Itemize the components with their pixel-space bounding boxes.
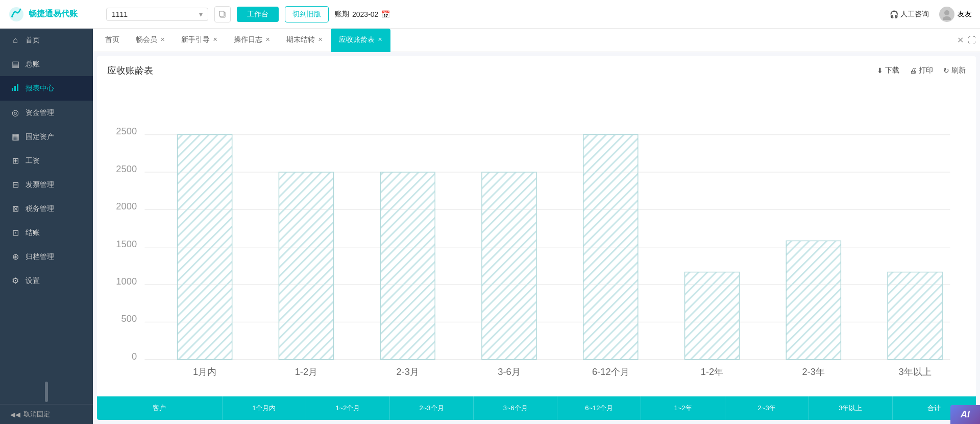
svg-text:0: 0 <box>132 351 137 362</box>
bar-month1 <box>178 134 232 359</box>
tab-ar-aging[interactable]: 应收账龄表 ✕ <box>331 29 390 52</box>
svg-text:2000: 2000 <box>116 201 137 211</box>
download-label: 下载 <box>885 66 899 75</box>
tab-home-label: 首页 <box>105 35 119 44</box>
ledger-icon: ▤ <box>10 59 20 69</box>
main-layout: ⌂ 首页 ▤ 总账 报表中心 ◎ 资金管理 <box>0 29 980 424</box>
sidebar-item-checkout[interactable]: ⊡ 结账 <box>0 221 93 245</box>
switch-version-button[interactable]: 切到旧版 <box>285 6 329 22</box>
svg-point-0 <box>9 7 23 21</box>
chart-container: 0 500 1000 1500 2000 2500 2500 <box>107 88 966 396</box>
svg-text:2-3年: 2-3年 <box>802 366 825 377</box>
bar-chart-icon <box>11 83 19 91</box>
page-content: 应收账龄表 ⬇ 下载 🖨 打印 ↻ 刷新 <box>97 56 976 420</box>
avatar <box>939 7 954 22</box>
th-year3plus: 3年以上 <box>809 396 893 420</box>
company-name: 1111 <box>112 10 128 18</box>
app-name: 畅捷通易代账 <box>29 9 78 19</box>
print-button[interactable]: 🖨 打印 <box>910 66 933 75</box>
logo-icon <box>8 6 24 22</box>
sidebar-item-home[interactable]: ⌂ 首页 <box>0 29 93 52</box>
sidebar-item-archive[interactable]: ⊛ 归档管理 <box>0 245 93 269</box>
bar-month12 <box>279 172 333 360</box>
user-avatar-icon <box>941 9 952 20</box>
refresh-button[interactable]: ↻ 刷新 <box>943 66 966 75</box>
sidebar-item-settings[interactable]: ⚙ 设置 <box>0 269 93 293</box>
th-year12-label: 1~2年 <box>674 404 692 413</box>
close-icon[interactable]: ✕ <box>160 36 165 43</box>
svg-rect-3 <box>219 11 224 16</box>
home-icon: ⌂ <box>10 36 20 45</box>
tab-member-label: 畅会员 <box>136 35 157 44</box>
tab-home[interactable]: 首页 <box>97 29 128 52</box>
tab-oplog-label: 操作日志 <box>234 35 262 44</box>
tab-member[interactable]: 畅会员 ✕ <box>128 29 173 52</box>
maximize-button[interactable]: ⛶ <box>968 36 976 45</box>
svg-text:500: 500 <box>121 313 137 324</box>
settings-icon: ⚙ <box>10 276 20 286</box>
svg-rect-8 <box>17 84 18 91</box>
svg-text:1-2年: 1-2年 <box>701 366 724 377</box>
tax-icon: ⊠ <box>10 204 20 214</box>
bar-month23 <box>380 172 435 360</box>
sidebar-item-invoice[interactable]: ⊟ 发票管理 <box>0 173 93 197</box>
svg-text:1000: 1000 <box>116 276 137 287</box>
svg-rect-6 <box>12 88 13 91</box>
tab-period-end-label: 期末结转 <box>286 35 315 44</box>
svg-rect-7 <box>14 86 16 91</box>
svg-point-5 <box>943 16 951 20</box>
copy-button[interactable] <box>214 6 231 22</box>
cancel-fixed-button[interactable]: ◀◀ 取消固定 <box>10 410 83 419</box>
content-area: 首页 畅会员 ✕ 新手引导 ✕ 操作日志 ✕ 期末结转 ✕ 应收账龄表 ✕ <box>93 29 980 424</box>
user-area[interactable]: 友友 <box>939 7 972 22</box>
close-icon[interactable]: ✕ <box>213 36 217 43</box>
th-year3plus-label: 3年以上 <box>839 404 862 413</box>
bar-year3plus <box>888 272 942 360</box>
svg-point-4 <box>944 10 949 15</box>
th-month23-label: 2~3个月 <box>420 404 444 413</box>
close-window-button[interactable]: ✕ <box>957 35 964 45</box>
sidebar-scroll: ⌂ 首页 ▤ 总账 报表中心 ◎ 资金管理 <box>0 29 93 380</box>
cancel-fixed-label: 取消固定 <box>23 410 50 419</box>
sidebar-item-salary[interactable]: ⊞ 工资 <box>0 149 93 173</box>
tab-oplog[interactable]: 操作日志 ✕ <box>226 29 278 52</box>
tab-period-end[interactable]: 期末结转 ✕ <box>278 29 331 52</box>
period-label: 账期 <box>335 10 349 19</box>
calendar-icon[interactable]: 📅 <box>381 10 390 18</box>
ai-label: Ai <box>961 409 970 419</box>
sidebar-item-funds[interactable]: ◎ 资金管理 <box>0 101 93 125</box>
sidebar: ⌂ 首页 ▤ 总账 报表中心 ◎ 资金管理 <box>0 29 93 424</box>
workbench-button[interactable]: 工作台 <box>237 7 279 22</box>
th-month612-label: 6~12个月 <box>585 404 613 413</box>
close-icon[interactable]: ✕ <box>318 36 323 43</box>
page-actions: ⬇ 下载 🖨 打印 ↻ 刷新 <box>877 66 966 75</box>
download-button[interactable]: ⬇ 下载 <box>877 66 899 75</box>
sidebar-item-tax[interactable]: ⊠ 税务管理 <box>0 197 93 221</box>
th-month12: 1~2个月 <box>306 396 390 420</box>
logo-area: 畅捷通易代账 <box>8 6 100 22</box>
close-icon[interactable]: ✕ <box>378 36 382 43</box>
download-icon: ⬇ <box>877 66 883 75</box>
th-customer-label: 客户 <box>153 404 166 413</box>
sidebar-item-assets[interactable]: ▦ 固定资产 <box>0 125 93 149</box>
sidebar-item-reports[interactable]: 报表中心 <box>0 76 93 101</box>
salary-icon: ⊞ <box>10 156 20 166</box>
close-icon[interactable]: ✕ <box>265 36 270 43</box>
reports-icon <box>10 83 20 93</box>
th-month612: 6~12个月 <box>557 396 641 420</box>
consult-button[interactable]: 🎧 人工咨询 <box>890 10 929 19</box>
refresh-icon: ↻ <box>943 66 949 75</box>
svg-text:1月内: 1月内 <box>193 366 216 377</box>
refresh-label: 刷新 <box>951 66 966 75</box>
tab-bar: 首页 畅会员 ✕ 新手引导 ✕ 操作日志 ✕ 期末结转 ✕ 应收账龄表 ✕ <box>93 29 980 52</box>
pin-icon: ◀◀ <box>10 411 20 418</box>
top-header: 畅捷通易代账 1111 ▾ 工作台 切到旧版 账期 2023-02 📅 🎧 人工… <box>0 0 980 29</box>
company-select[interactable]: 1111 ▾ <box>106 8 208 21</box>
tab-guide[interactable]: 新手引导 ✕ <box>173 29 226 52</box>
table-header-bar: 客户 1个月内 1~2个月 2~3个月 3~6个月 6~12个月 <box>97 396 976 420</box>
sidebar-item-ledger[interactable]: ▤ 总账 <box>0 52 93 76</box>
th-month36: 3~6个月 <box>474 396 557 420</box>
bar-year23 <box>786 241 841 359</box>
page-title: 应收账龄表 <box>107 64 153 77</box>
scroll-indicator <box>45 382 48 402</box>
